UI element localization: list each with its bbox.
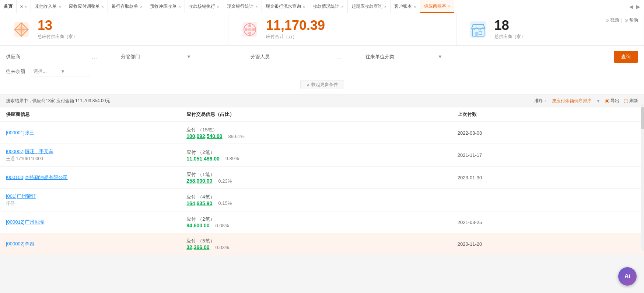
scrollbar-thumb[interactable] — [641, 107, 644, 129]
search-button[interactable]: 查询 — [614, 51, 638, 63]
refresh-button[interactable]: 刷新 — [624, 98, 638, 104]
balance-select[interactable]: 选择... ▼ — [31, 66, 90, 76]
supplier-link[interactable]: [000012]广州贝瑞 — [6, 219, 186, 225]
sort-dropdown-arrow-icon[interactable]: ▼ — [596, 99, 601, 104]
scrollbar-track[interactable] — [641, 103, 644, 251]
close-prepay-ar-icon[interactable]: × — [178, 4, 181, 9]
close-bank-deposit-icon[interactable]: × — [140, 4, 142, 9]
supplier-sub: 仔仔 — [6, 200, 186, 207]
close-receipt-writeoff-icon[interactable]: × — [217, 4, 219, 9]
close-overdue-ar-icon[interactable]: × — [384, 4, 386, 9]
last-pay-cell: 2021-11-17 — [458, 152, 638, 158]
nav-scroll-arrows: ◀ ▶ — [626, 3, 644, 10]
last-pay-cell: 2021-03-25 — [458, 220, 638, 225]
export-button[interactable]: 导出 — [605, 98, 619, 104]
category-dropdown-arrow-icon: ▼ — [438, 54, 476, 59]
supplier-input[interactable] — [31, 52, 90, 61]
supplier-link[interactable]: [000002]李四 — [6, 241, 186, 247]
filter-area: 供应商 … 分管部门 ▼ 分管人员 … 往来单位分类 ▼ 查询 往来余额 — [0, 46, 644, 95]
stat-total-payable-suppliers: 13 总应付供应商（家） — [0, 13, 228, 45]
nav-tab-cash-bank-stat[interactable]: 现金银行统计 × — [223, 0, 262, 13]
help-link[interactable]: 帮助 — [629, 17, 638, 23]
supplier-info-cell: [000002]李四 — [6, 241, 186, 247]
payable-amount[interactable]: 11,051,486.00 — [186, 156, 220, 162]
close-customer-ledger-icon[interactable]: × — [414, 4, 416, 9]
person-dots-icon[interactable]: … — [336, 54, 342, 60]
nav-tab-receipt-stat[interactable]: 收款情况统计 × — [309, 0, 347, 13]
nav-tab-other-income[interactable]: 其他收入单 × — [31, 0, 65, 13]
col-header-supplier: 供应商信息 — [6, 111, 186, 118]
payable-amount[interactable]: 258,000.00 — [186, 178, 212, 184]
payable-info-cell: 应付 （15笔） 100,092,540.00 89.61% — [186, 127, 457, 139]
last-pay-cell: 2022-08-08 — [458, 130, 638, 136]
home-tab-label: 首页 — [4, 3, 13, 10]
last-pay-date: 2021-03-25 — [458, 220, 482, 225]
supplier-sub: 王通 17106110000 — [6, 156, 186, 162]
stat2-number: 11,170.39 — [266, 19, 325, 32]
nav-tab-overdue-ar[interactable]: 超期应收款查询 × — [348, 0, 391, 13]
payable-amount[interactable]: 32,366.00 — [186, 244, 209, 250]
nav-tab-cash-bank-flow[interactable]: 现金银行流水查询 × — [262, 0, 309, 13]
close-cash-bank-stat-icon[interactable]: × — [255, 4, 258, 9]
supplier-info-cell: [000001]张三 — [6, 130, 186, 136]
nav-tab-supplier-ledger[interactable]: 供应商账本 × — [420, 0, 454, 13]
results-actions: 排序： 按应付余额倒序排序 ▼ 导出 刷新 — [534, 98, 638, 104]
close-receipt-stat-icon[interactable]: × — [341, 4, 343, 9]
close-supplier-ledger-icon[interactable]: × — [448, 4, 450, 8]
tab-overdue-ar-label: 超期应收款查询 — [351, 3, 382, 10]
supplier-link[interactable]: [000100]本特勒油品有限公司 — [6, 174, 186, 181]
stat-total-payable-amount: 11,170.39 应付合计（万） — [228, 13, 457, 45]
supplier-link[interactable]: [001]广州荣轩 — [6, 193, 186, 200]
payable-amount[interactable]: 100,092,540.00 — [186, 133, 222, 139]
payable-label: 应付 — [186, 127, 196, 133]
divider: | — [621, 18, 622, 23]
last-pay-date: 2023-01-30 — [458, 175, 482, 180]
video-link[interactable]: 视频 — [610, 17, 619, 23]
category-select[interactable]: ▼ — [397, 52, 478, 61]
close-ar-ap-icon[interactable]: × — [102, 4, 104, 9]
results-summary-text: 搜索结果中，供应商13家 应付金额 111,703,854.00元 — [6, 98, 110, 103]
person-filter-item: 分管人员 … — [251, 52, 342, 61]
payable-amount[interactable]: 164,635.90 — [186, 200, 212, 206]
supplier-link[interactable]: [000001]张三 — [6, 130, 186, 136]
nav-tab-receipt-writeoff[interactable]: 收款核销执行 × — [185, 0, 223, 13]
tab-prepay-ar-label: 预收冲应收单 — [150, 3, 176, 10]
supplier-dots-icon[interactable]: … — [91, 54, 97, 60]
dept-select[interactable]: ▼ — [146, 52, 227, 61]
table-row: [000100]本特勒油品有限公司 应付 （1笔） 258,000.00 0.2… — [0, 167, 644, 189]
col-header-last-pay: 上次付数 — [458, 111, 638, 118]
nav-tab-ar-ap-adjust[interactable]: 应收应付调整单 × — [65, 0, 108, 13]
collapse-filter-button[interactable]: ∧ 收起更多条件 — [300, 80, 344, 89]
results-bar: 搜索结果中，供应商13家 应付金额 111,703,854.00元 排序： 按应… — [0, 95, 644, 107]
tab-ar-ap-label: 应收应付调整单 — [69, 3, 100, 10]
payable-label: 应付 — [186, 216, 196, 223]
nav-left-arrow[interactable]: ◀ — [628, 3, 635, 10]
stat3-label: 总供应商（家） — [494, 34, 525, 40]
payable-amount[interactable]: 94,600.00 — [186, 223, 209, 228]
nav-tab-customer-ledger[interactable]: 客户账本 × — [391, 0, 420, 13]
close-other-income-icon[interactable]: × — [59, 4, 61, 9]
nav-right-arrow[interactable]: ▶ — [635, 3, 642, 10]
nav-tab-prepay-ar[interactable]: 预收冲应收单 × — [146, 0, 185, 13]
person-input[interactable] — [276, 52, 335, 61]
payable-info-cell: 应付 （4笔） 164,635.90 0.15% — [186, 194, 457, 206]
tab-customer-ledger-label: 客户账本 — [394, 3, 412, 10]
stat1-content: 13 总应付供应商（家） — [38, 19, 77, 40]
col-header-payable: 应付交易信息（占比） — [186, 111, 457, 118]
supplier-link[interactable]: [000007]恒旺二手叉车 — [6, 148, 186, 155]
payable-label: 应付 — [186, 171, 196, 178]
nav-tab-bank-deposit[interactable]: 银行存取款单 × — [108, 0, 146, 13]
tab-cash-bank-stat-label: 现金银行统计 — [227, 3, 253, 10]
close-cash-bank-flow-icon[interactable]: × — [303, 4, 305, 9]
nav-tab-home[interactable]: 首页 — [0, 0, 17, 13]
table-row: [000007]恒旺二手叉车 王通 17106110000 应付 （2笔） 11… — [0, 144, 644, 167]
payable-count: （2笔） — [197, 149, 214, 156]
close-tab-3-icon[interactable]: × — [25, 4, 27, 9]
nav-tab-3[interactable]: 3 × — [17, 0, 31, 13]
refresh-radio-icon — [624, 99, 628, 103]
collapse-btn-label: 收起更多条件 — [311, 82, 338, 88]
chevron-up-icon: ∧ — [307, 82, 310, 87]
payable-count: （4笔） — [197, 194, 214, 200]
sort-value[interactable]: 按应付余额倒序排序 — [552, 98, 592, 104]
payable-percent: 0.15% — [218, 200, 232, 206]
